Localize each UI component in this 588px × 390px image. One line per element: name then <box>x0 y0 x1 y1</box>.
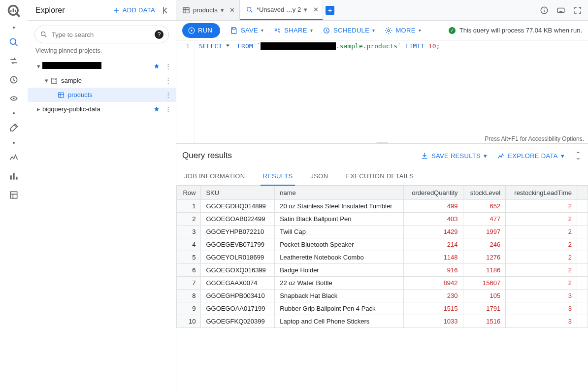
svg-rect-7 <box>13 173 14 179</box>
add-data-label: ADD DATA <box>123 6 155 14</box>
explore-data-button[interactable]: EXPLORE DATA▾ <box>497 152 564 160</box>
tree-project-row[interactable]: ▾ ⋮ <box>28 59 176 73</box>
more-icon[interactable]: ⋮ <box>163 105 173 113</box>
cell-stock: 105 <box>463 290 506 302</box>
chevron-down-icon[interactable]: ▾ <box>484 152 487 160</box>
run-button[interactable]: RUN <box>182 23 220 38</box>
cell-spacer <box>577 315 588 328</box>
left-icon-rail <box>0 0 28 390</box>
more-icon[interactable]: ⋮ <box>163 63 173 70</box>
fullscreen-icon[interactable] <box>573 6 582 15</box>
col-sku[interactable]: SKU <box>201 186 275 200</box>
chevron-down-icon[interactable]: ▾ <box>221 6 226 14</box>
cell-row: 7 <box>177 277 201 290</box>
separator-dot-icon <box>13 27 15 29</box>
table-row[interactable]: 10GGOEGFKQ020399Laptop and Cell Phone St… <box>177 315 588 328</box>
tab-results[interactable]: RESULTS <box>261 167 294 186</box>
collapse-panel-button[interactable] <box>161 5 171 15</box>
explorer-search-box[interactable]: ? <box>34 26 169 43</box>
cell-ordered: 499 <box>404 200 463 213</box>
sql-editor[interactable]: 1 SELECT * FROM `xxxxxxxxxxxxxxxxxxx.sam… <box>176 40 588 144</box>
resources-icon[interactable] <box>9 190 19 200</box>
table-row[interactable]: 2GGOEGOAB022499Satin Black Ballpoint Pen… <box>177 213 588 226</box>
chevron-down-icon[interactable]: ▾ <box>372 28 375 33</box>
schedule-button[interactable]: SCHEDULE▾ <box>323 27 375 34</box>
table-row[interactable]: 5GGOEYOLR018699Leatherette Notebook Comb… <box>177 251 588 264</box>
cell-row: 8 <box>177 290 201 302</box>
col-lead[interactable]: restockingLeadTime <box>506 186 577 200</box>
table-row[interactable]: 9GGOEGOAA017199Rubber Grip Ballpoint Pen… <box>177 302 588 315</box>
plus-icon: + <box>326 6 334 15</box>
chevron-down-icon[interactable]: ▾ <box>261 28 263 33</box>
drag-handle[interactable] <box>376 142 388 144</box>
save-results-label: SAVE RESULTS <box>431 152 481 160</box>
pin-icon[interactable] <box>153 63 163 70</box>
table-row[interactable]: 3GGOEYHPB072210Twill Cap142919972 <box>177 226 588 238</box>
pin-icon[interactable] <box>153 106 163 113</box>
table-row[interactable]: 1GGOEGDHQ01489920 oz Stainless Steel Ins… <box>177 200 588 213</box>
search-help-icon[interactable]: ? <box>155 30 163 39</box>
chevron-down-icon[interactable]: ▾ <box>34 63 42 70</box>
chevron-down-icon[interactable]: ▾ <box>304 6 309 13</box>
add-data-button[interactable]: ADD DATA <box>113 6 155 14</box>
more-button[interactable]: MORE▾ <box>385 27 421 34</box>
cell-row: 1 <box>177 200 201 213</box>
svg-rect-14 <box>52 78 57 83</box>
cell-name: Badge Holder <box>275 264 404 277</box>
save-button[interactable]: SAVE▾ <box>230 27 263 34</box>
search-input[interactable] <box>52 31 151 38</box>
expand-results-icon[interactable] <box>574 152 582 160</box>
table-header-row: Row SKU name orderedQuantity stockLevel … <box>177 186 588 200</box>
tree-dataset-row[interactable]: ▾ sample ⋮ <box>28 73 176 88</box>
scheduled-queries-icon[interactable] <box>9 75 19 85</box>
col-name[interactable]: name <box>275 186 404 200</box>
chevron-down-icon[interactable]: ▾ <box>419 28 421 33</box>
accessibility-hint: Press Alt+F1 for Accessibility Options. <box>485 135 584 142</box>
svg-point-5 <box>13 98 14 99</box>
reservations-icon[interactable] <box>9 94 19 103</box>
tab-job-information[interactable]: JOB INFORMATION <box>182 167 247 185</box>
close-icon[interactable]: ✕ <box>229 6 236 14</box>
bi-engine-icon[interactable] <box>9 171 19 181</box>
table-row[interactable]: 8GGOEGHPB003410Snapback Hat Black2301053 <box>177 290 588 302</box>
table-row[interactable]: 6GGOEGOXQ016399Badge Holder91611862 <box>177 264 588 277</box>
separator-dot-icon <box>13 142 15 144</box>
tab-json[interactable]: JSON <box>309 167 330 185</box>
save-results-button[interactable]: SAVE RESULTS▾ <box>421 152 487 160</box>
chevron-down-icon[interactable]: ▾ <box>42 77 50 84</box>
data-transfers-icon[interactable] <box>9 56 19 66</box>
tree-table-row[interactable]: products ⋮ <box>28 88 176 102</box>
tab-execution-details[interactable]: EXECUTION DETAILS <box>344 167 416 185</box>
tree-public-data-row[interactable]: ▸ bigquery-public-data ⋮ <box>28 102 176 116</box>
cell-stock: 477 <box>463 213 506 226</box>
info-icon[interactable] <box>540 6 549 15</box>
chevron-right-icon[interactable]: ▸ <box>34 105 42 113</box>
chevron-down-icon[interactable]: ▾ <box>561 152 564 160</box>
settings-icon[interactable] <box>9 123 19 133</box>
cell-ordered: 916 <box>404 264 463 277</box>
tab-products[interactable]: products ▾ ✕ <box>176 0 240 20</box>
cell-ordered: 1033 <box>404 315 463 328</box>
download-icon <box>421 152 428 160</box>
svg-line-13 <box>45 35 46 37</box>
cell-sku: GGOEGHPB003410 <box>201 290 275 302</box>
monitoring-icon[interactable] <box>9 153 19 162</box>
code-line[interactable]: SELECT * FROM `xxxxxxxxxxxxxxxxxxx.sampl… <box>195 40 588 143</box>
keyboard-icon[interactable] <box>556 6 565 15</box>
table-row[interactable]: 7GGOEGAAX007422 oz Water Bottle894215607… <box>177 277 588 290</box>
col-row[interactable]: Row <box>177 186 201 200</box>
tab-unsaved-query[interactable]: *Unsaved …y 2 ▾ ✕ <box>240 0 323 20</box>
col-stock[interactable]: stockLevel <box>463 186 506 200</box>
sql-workspace-icon[interactable] <box>9 37 19 47</box>
cell-row: 10 <box>177 315 201 328</box>
cell-sku: GGOEGDHQ014899 <box>201 200 275 213</box>
table-row[interactable]: 4GGOEGEVB071799Pocket Bluetooth Speaker2… <box>177 238 588 251</box>
more-icon[interactable]: ⋮ <box>163 77 173 84</box>
explorer-title: Explorer <box>35 6 113 15</box>
more-icon[interactable]: ⋮ <box>163 91 173 98</box>
close-icon[interactable]: ✕ <box>312 6 320 13</box>
chevron-down-icon[interactable]: ▾ <box>310 28 313 33</box>
new-tab-button[interactable]: + <box>323 0 337 20</box>
share-button[interactable]: SHARE▾ <box>273 27 313 34</box>
col-ordered[interactable]: orderedQuantity <box>404 186 463 200</box>
